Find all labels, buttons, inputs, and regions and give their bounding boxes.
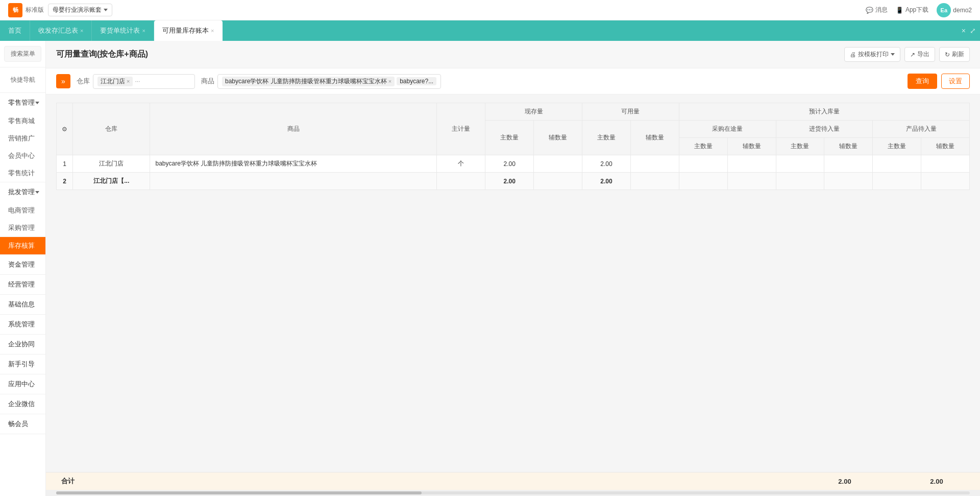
filter-action-btns: 查询 设置 xyxy=(908,74,970,89)
row1-purchase-main xyxy=(679,155,727,173)
sidebar-group-operations-header[interactable]: 经营管理 xyxy=(0,275,45,294)
sidebar-group-wholesale-header[interactable]: 批发管理 xyxy=(0,182,45,202)
product-filter: 商品 babycare学饮杯 儿童防摔防撞吸管杯重力球吸嘴杯宝宝水杯 × bab… xyxy=(201,74,441,89)
sidebar-item-marketing[interactable]: 营销推广 xyxy=(0,130,45,147)
sidebar-group-guide-header[interactable]: 新手引导 xyxy=(0,355,45,374)
sidebar-item-purchase[interactable]: 采购管理 xyxy=(0,219,45,237)
brand-icon: 畅 xyxy=(8,3,22,17)
sidebar-group-system: 系统管理 xyxy=(0,315,45,335)
warehouse-tag-close[interactable]: × xyxy=(127,78,130,84)
footer-stock-main: 2.00 xyxy=(822,478,868,485)
print-template-btn[interactable]: 🖨 按模板打印 xyxy=(844,47,900,62)
sidebar-group-inventory-header[interactable]: 库存核算 xyxy=(0,237,45,254)
sidebar-group-app-center-header[interactable]: 应用中心 xyxy=(0,374,45,394)
content-area: 可用量查询(按仓库+商品) 🖨 按模板打印 ↗ 导出 ↻ 刷新 » xyxy=(46,41,980,496)
row2-purchase-aux xyxy=(727,173,776,190)
table-header-production: 产品待入量 xyxy=(873,121,970,138)
table-header-product: 商品 xyxy=(150,103,437,155)
sidebar-group-guide: 新手引导 xyxy=(0,355,45,374)
product-tag-1-close[interactable]: × xyxy=(388,78,391,84)
row1-available-aux xyxy=(630,155,679,173)
table-header-stock-main: 主数量 xyxy=(485,121,534,155)
sidebar-group-inventory: 库存核算 xyxy=(0,237,45,255)
app-download-btn[interactable]: 📱 App下载 xyxy=(896,6,928,14)
app-icon: 📱 xyxy=(896,7,903,14)
tab-order-stats[interactable]: 要货单统计表 × xyxy=(92,20,154,41)
filter-expand-btn[interactable]: » xyxy=(56,74,70,88)
chevron-down-icon xyxy=(891,53,895,56)
table-header-stock-aux: 辅数量 xyxy=(534,121,582,155)
sidebar-group-basics-header[interactable]: 基础信息 xyxy=(0,295,45,314)
sidebar-group-wechat: 企业微信 xyxy=(0,394,45,414)
row2-production-main xyxy=(873,173,921,190)
query-btn[interactable]: 查询 xyxy=(908,74,937,89)
filter-bar: » 仓库 江北门店 × ··· 商品 babycare学饮杯 儿童防摔防撞吸管杯… xyxy=(46,68,980,95)
nav-tabs: 首页 收发存汇总表 × 要货单统计表 × 可用量库存账本 × × ⤢ xyxy=(0,20,980,41)
tab-home[interactable]: 首页 xyxy=(0,20,30,41)
table-header-available-main: 主数量 xyxy=(582,121,631,155)
gear-icon[interactable]: ⚙ xyxy=(62,126,67,133)
brand-logo: 畅 标准版 xyxy=(8,3,44,17)
table-row: 1 江北门店 babycare学饮杯 儿童防摔防撞吸管杯重力球吸嘴杯宝宝水杯 个… xyxy=(57,155,970,173)
sidebar-group-operations: 经营管理 xyxy=(0,275,45,295)
table-header-settings: ⚙ xyxy=(57,103,73,155)
sidebar-group-wholesale: 批发管理 电商管理 采购管理 xyxy=(0,182,45,237)
sidebar-group-app-center: 应用中心 xyxy=(0,374,45,394)
row2-unit xyxy=(437,173,485,190)
page-actions: 🖨 按模板打印 ↗ 导出 ↻ 刷新 xyxy=(844,47,970,62)
row2-incoming-aux xyxy=(824,173,873,190)
tab-receipt-summary[interactable]: 收发存汇总表 × xyxy=(30,20,92,41)
tab-available-inventory[interactable]: 可用量库存账本 × xyxy=(154,20,223,41)
sidebar-item-ecommerce[interactable]: 电商管理 xyxy=(0,202,45,219)
refresh-btn[interactable]: ↻ 刷新 xyxy=(939,47,970,62)
page-header: 可用量查询(按仓库+商品) 🖨 按模板打印 ↗ 导出 ↻ 刷新 xyxy=(46,41,980,68)
sidebar-item-member[interactable]: 会员中心 xyxy=(0,147,45,164)
tab-close-icon[interactable]: × xyxy=(142,28,145,34)
row2-available-main: 2.00 xyxy=(582,173,631,190)
sidebar-group-member2-header[interactable]: 畅会员 xyxy=(0,414,45,434)
sidebar-group-wechat-header[interactable]: 企业微信 xyxy=(0,394,45,414)
main-layout: 搜索菜单 快捷导航 零售管理 零售商城 营销推广 会员中心 零售统计 批发管理 … xyxy=(0,41,980,496)
row1-purchase-aux xyxy=(727,155,776,173)
tab-close-icon[interactable]: × xyxy=(211,28,214,34)
tab-close-icon[interactable]: × xyxy=(80,28,83,34)
scrollbar-thumb[interactable] xyxy=(56,491,422,494)
warehouse-ellipsis[interactable]: ··· xyxy=(135,78,140,85)
table-header-planned-inbound: 预计入库量 xyxy=(679,103,969,121)
sidebar: 搜索菜单 快捷导航 零售管理 零售商城 营销推广 会员中心 零售统计 批发管理 … xyxy=(0,41,46,496)
chevron-icon xyxy=(35,102,39,104)
sidebar-group-system-header[interactable]: 系统管理 xyxy=(0,315,45,334)
row1-warehouse: 江北门店 xyxy=(73,155,150,173)
sidebar-group-finance: 资金管理 xyxy=(0,255,45,275)
search-menu-btn[interactable]: 搜索菜单 xyxy=(4,46,41,62)
data-table: ⚙ 仓库 商品 主计量 现存量 可用量 预计入库量 主数量 辅数量 主数量 辅数… xyxy=(56,103,970,190)
product-input[interactable]: babycare学饮杯 儿童防摔防撞吸管杯重力球吸嘴杯宝宝水杯 × babyca… xyxy=(217,74,441,89)
quick-nav-link[interactable]: 快捷导航 xyxy=(4,73,41,87)
message-btn[interactable]: 💬 消息 xyxy=(866,6,888,14)
table-header-purchase-transit: 采购在途量 xyxy=(679,121,776,138)
chevron-down-icon xyxy=(104,9,108,11)
sidebar-group-finance-header[interactable]: 资金管理 xyxy=(0,255,45,274)
table-row: 2 江北门店【... 2.00 2.00 xyxy=(57,173,970,190)
sidebar-group-enterprise-header[interactable]: 企业协同 xyxy=(0,335,45,354)
export-btn[interactable]: ↗ 导出 xyxy=(904,47,935,62)
maximize-btn[interactable]: ⤢ xyxy=(970,27,976,35)
settings-btn[interactable]: 设置 xyxy=(941,74,970,89)
row1-production-aux xyxy=(921,155,970,173)
scrollbar-track[interactable] xyxy=(56,491,970,494)
table-header-production-main: 主数量 xyxy=(873,138,921,155)
nav-tabs-right: × ⤢ xyxy=(958,20,980,41)
table-header-available-aux: 辅数量 xyxy=(630,121,679,155)
sidebar-group-retail-header[interactable]: 零售管理 xyxy=(0,93,45,112)
user-profile[interactable]: Ea demo2 xyxy=(937,3,972,17)
table-footer: 合计 2.00 2.00 xyxy=(46,472,980,490)
sidebar-item-retail-store[interactable]: 零售商城 xyxy=(0,112,45,130)
close-all-tabs-btn[interactable]: × xyxy=(962,27,966,35)
brand-name: 标准版 xyxy=(26,6,44,14)
warehouse-input[interactable]: 江北门店 × ··· xyxy=(93,74,195,89)
sidebar-item-retail-stats[interactable]: 零售统计 xyxy=(0,164,45,182)
industry-selector[interactable]: 母婴行业演示账套 xyxy=(48,4,112,16)
refresh-icon: ↻ xyxy=(945,51,950,58)
product-tag-2: babycare?... xyxy=(397,77,436,85)
row1-index: 1 xyxy=(57,155,73,173)
